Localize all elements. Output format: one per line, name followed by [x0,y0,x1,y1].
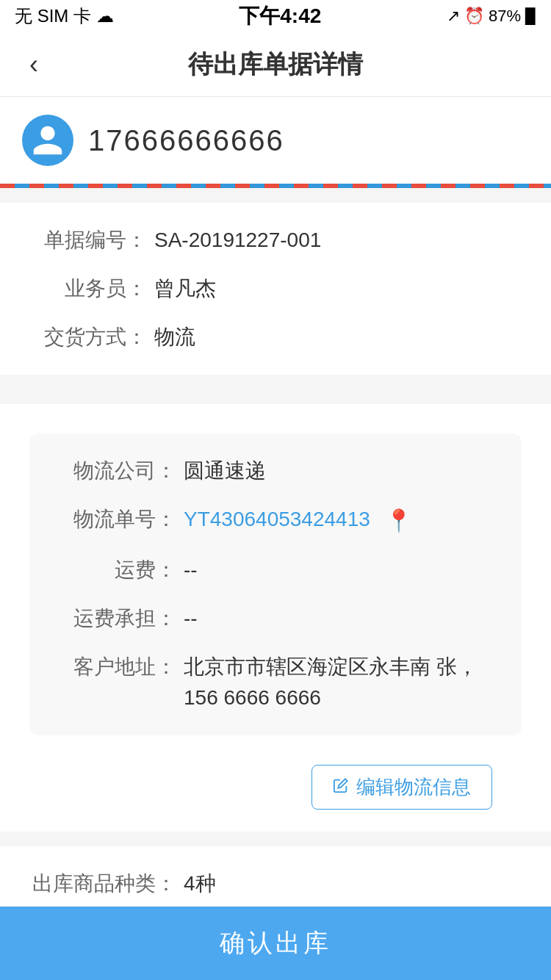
logistics-company-value: 圆通速递 [176,455,492,486]
freight-bearer-row: 运费承担： -- [59,603,492,634]
edit-logistics-button[interactable]: 编辑物流信息 [311,765,492,810]
location-icon: ↗ [447,7,460,26]
document-info-section: 单据编号： SA-20191227-001 业务员： 曾凡杰 交货方式： 物流 [0,203,551,375]
sales-person-label: 业务员： [29,273,147,304]
status-time: 下午4:42 [239,2,321,30]
document-number-value: SA-20191227-001 [147,225,522,256]
alarm-icon: ⏰ [464,7,484,26]
document-number-row: 单据编号： SA-20191227-001 [29,225,522,256]
confirm-button[interactable]: 确认出库 [0,907,551,980]
product-types-value: 4种 [176,868,522,899]
product-types-label: 出库商品种类： [29,868,176,899]
nav-bar: ‹ 待出库单据详情 [0,32,551,97]
address-row: 客户地址： 北京市市辖区海淀区永丰南 张，156 6666 6666 [59,652,492,713]
address-value: 北京市市辖区海淀区永丰南 张，156 6666 6666 [176,652,492,713]
status-left: 无 SIM 卡 ☁ [15,4,114,28]
logistics-card: 物流公司： 圆通速递 物流单号： YT43064053424413 📍 运费： … [29,433,522,735]
document-number-label: 单据编号： [29,225,147,256]
freight-value: -- [176,555,492,586]
avatar [22,115,73,166]
edit-logistics-area: 编辑物流信息 [29,750,522,832]
status-right: ↗ ⏰ 87% ▉ [447,7,536,26]
product-types-row: 出库商品种类： 4种 [29,868,522,899]
sales-person-row: 业务员： 曾凡杰 [29,273,522,304]
freight-bearer-value: -- [176,603,492,634]
logistics-section: 物流公司： 圆通速递 物流单号： YT43064053424413 📍 运费： … [0,404,551,832]
tracking-number-label: 物流单号： [59,504,176,535]
battery-level: 87% [489,7,521,26]
section-gap-1 [0,389,551,404]
battery-icon: ▉ [525,7,536,25]
status-bar: 无 SIM 卡 ☁ 下午4:42 ↗ ⏰ 87% ▉ [0,0,551,32]
sim-status: 无 SIM 卡 ☁ [15,4,114,28]
back-button[interactable]: ‹ [22,42,46,87]
edit-icon [333,777,349,798]
confirm-button-label: 确认出库 [220,926,331,960]
freight-label: 运费： [59,555,176,586]
customer-header: 17666666666 [0,97,551,184]
edit-logistics-label: 编辑物流信息 [356,774,471,800]
logistics-company-label: 物流公司： [59,455,176,486]
dashed-divider [0,184,551,188]
page-title: 待出库单据详情 [188,48,363,82]
freight-row: 运费： -- [59,555,492,586]
sales-person-value: 曾凡杰 [147,273,522,304]
freight-bearer-label: 运费承担： [59,603,176,634]
tracking-number-value: YT43064053424413 📍 [176,504,492,537]
delivery-method-row: 交货方式： 物流 [29,322,522,353]
delivery-method-value: 物流 [147,322,522,353]
logistics-company-row: 物流公司： 圆通速递 [59,455,492,486]
map-pin-icon[interactable]: 📍 [385,504,412,537]
tracking-number-row: 物流单号： YT43064053424413 📍 [59,504,492,537]
user-icon [30,123,65,158]
delivery-method-label: 交货方式： [29,322,147,353]
customer-phone: 17666666666 [88,124,284,157]
address-label: 客户地址： [59,652,176,682]
section-gap-2 [0,832,551,846]
